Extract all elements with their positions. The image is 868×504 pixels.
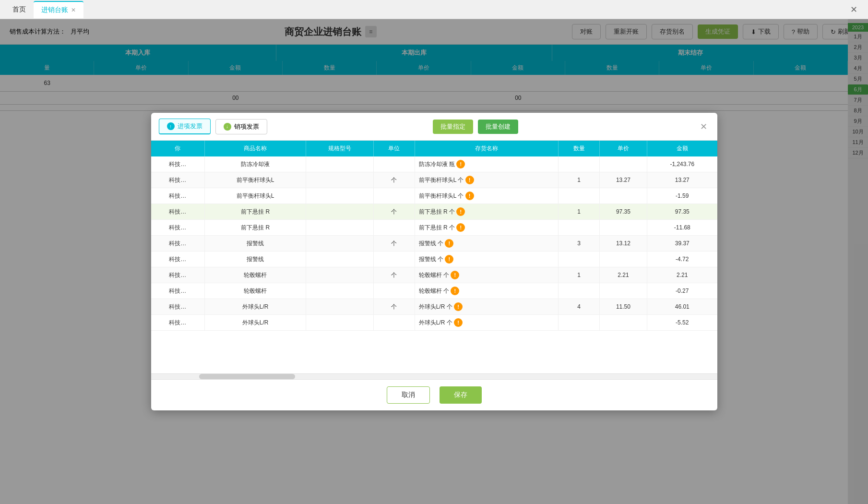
batch-create-button[interactable]: 批量创建 — [478, 120, 518, 134]
cell-row1-col3: 个 — [374, 172, 415, 188]
cell-row4-inventory: 前下悬挂 R 个 ! — [415, 220, 559, 236]
cell-row6-amount: -4.72 — [647, 252, 717, 267]
warning-icon: ! — [465, 176, 474, 184]
th-spec: 规格型号 — [306, 141, 374, 156]
cell-row6-qty — [559, 252, 599, 267]
cell-row7-col2 — [306, 267, 374, 283]
cell-row4-col1: 前下悬挂 R — [204, 220, 306, 236]
th-unit: 单位 — [374, 141, 415, 156]
table-row[interactable]: 科技…前下悬挂 R前下悬挂 R 个 !-11.68 — [151, 220, 717, 236]
cell-row2-col1: 前平衡杆球头L — [204, 188, 306, 204]
cell-row5-col3: 个 — [374, 236, 415, 252]
cell-row1-col0: 科技… — [151, 172, 205, 188]
warning-icon: ! — [454, 302, 463, 311]
cell-row0-col0: 科技… — [151, 156, 205, 172]
modal-table-container: 你 商品名称 规格型号 单位 存货名称 数量 单价 金额 科技…防冻冷却液防冻冷… — [151, 141, 717, 373]
cell-row3-col1: 前下悬挂 R — [204, 204, 306, 220]
warning-icon: ! — [456, 207, 465, 216]
cell-row3-col2 — [306, 204, 374, 220]
modal-close-button[interactable]: ✕ — [698, 121, 710, 132]
cell-row7-col3: 个 — [374, 267, 415, 283]
cell-row0-inventory: 防冻冷却液 瓶 ! — [415, 156, 559, 172]
cell-row4-qty — [559, 220, 599, 236]
cell-row7-price: 2.21 — [599, 267, 647, 283]
cell-row8-col3 — [374, 283, 415, 299]
cell-row9-col2 — [306, 299, 374, 315]
table-row[interactable]: 科技…外球头L/R个外球头L/R 个 !411.5046.01 — [151, 299, 717, 315]
cell-row5-col1: 报警线 — [204, 236, 306, 252]
cell-row6-col1: 报警线 — [204, 252, 306, 267]
cell-row4-price — [599, 220, 647, 236]
cell-row8-col1: 轮毂螺杆 — [204, 283, 306, 299]
cell-row0-col1: 防冻冷却液 — [204, 156, 306, 172]
cell-row6-col3 — [374, 252, 415, 267]
scrollbar-thumb[interactable] — [199, 374, 295, 379]
modal-tab-outbound[interactable]: ↓ 销项发票 — [215, 119, 267, 134]
th-col0: 你 — [151, 141, 205, 156]
cell-row5-col0: 科技… — [151, 236, 205, 252]
table-row[interactable]: 科技…报警线报警线 个 !-4.72 — [151, 252, 717, 267]
cell-row8-inventory: 轮毂螺杆 个 ! — [415, 283, 559, 299]
cell-row5-price: 13.12 — [599, 236, 647, 252]
th-product-name: 商品名称 — [204, 141, 306, 156]
cell-row6-inventory: 报警线 个 ! — [415, 252, 559, 267]
th-amount: 金额 — [647, 141, 717, 156]
warning-icon: ! — [451, 271, 459, 279]
modal-table: 你 商品名称 规格型号 单位 存货名称 数量 单价 金额 科技…防冻冷却液防冻冷… — [151, 141, 717, 331]
cell-row3-price: 97.35 — [599, 204, 647, 220]
window-close-button[interactable]: ✕ — [844, 0, 863, 19]
cell-row4-col0: 科技… — [151, 220, 205, 236]
cell-row7-qty: 1 — [559, 267, 599, 283]
cell-row6-col2 — [306, 252, 374, 267]
cell-row3-col0: 科技… — [151, 204, 205, 220]
table-row[interactable]: 科技…外球头L/R外球头L/R 个 !-5.52 — [151, 315, 717, 331]
cell-row8-price — [599, 283, 647, 299]
cell-row1-price: 13.27 — [599, 172, 647, 188]
cell-row8-amount: -0.27 — [647, 283, 717, 299]
tab-inbound-icon: ↑ — [167, 122, 175, 130]
modal-tab-inbound[interactable]: ↑ 进项发票 — [159, 119, 211, 134]
modal-footer: 取消 保存 — [151, 379, 717, 410]
cell-row8-col0: 科技… — [151, 283, 205, 299]
modal-horizontal-scrollbar[interactable] — [151, 373, 717, 379]
cell-row0-col3 — [374, 156, 415, 172]
cell-row5-inventory: 报警线 个 ! — [415, 236, 559, 252]
table-row[interactable]: 科技…前下悬挂 R个前下悬挂 R 个 !197.3597.35 — [151, 204, 717, 220]
warning-icon: ! — [451, 287, 459, 295]
cell-row10-col1: 外球头L/R — [204, 315, 306, 331]
cell-row2-col0: 科技… — [151, 188, 205, 204]
batch-assign-button[interactable]: 批量指定 — [433, 120, 473, 134]
table-row[interactable]: 科技…前平衡杆球头L个前平衡杆球头L 个 !113.2713.27 — [151, 172, 717, 188]
cell-row10-col0: 科技… — [151, 315, 205, 331]
save-button[interactable]: 保存 — [440, 386, 482, 404]
cell-row4-amount: -11.68 — [647, 220, 717, 236]
cell-row0-col2 — [306, 156, 374, 172]
table-row[interactable]: 科技…报警线个报警线 个 !313.1239.37 — [151, 236, 717, 252]
th-inventory-name: 存货名称 — [415, 141, 559, 156]
cell-row2-price — [599, 188, 647, 204]
cell-row2-col2 — [306, 188, 374, 204]
cell-row2-qty — [559, 188, 599, 204]
cell-row9-qty: 4 — [559, 299, 599, 315]
table-row[interactable]: 科技…前平衡杆球头L前平衡杆球头L 个 !-1.59 — [151, 188, 717, 204]
th-unit-price: 单价 — [599, 141, 647, 156]
cell-row7-col0: 科技… — [151, 267, 205, 283]
cell-row1-amount: 13.27 — [647, 172, 717, 188]
modal-header: ↑ 进项发票 ↓ 销项发票 批量指定 批量创建 ✕ — [151, 113, 717, 141]
table-row[interactable]: 科技…轮毂螺杆轮毂螺杆 个 !-0.27 — [151, 283, 717, 299]
cell-row10-col3 — [374, 315, 415, 331]
warning-icon: ! — [456, 223, 465, 232]
warning-icon: ! — [454, 318, 463, 327]
warning-icon: ! — [445, 239, 453, 248]
cancel-button[interactable]: 取消 — [387, 386, 430, 404]
cell-row6-col0: 科技… — [151, 252, 205, 267]
tab-ledger[interactable]: 进销台账 ✕ — [34, 1, 83, 18]
table-row[interactable]: 科技…轮毂螺杆个轮毂螺杆 个 !12.212.21 — [151, 267, 717, 283]
tab-close-icon[interactable]: ✕ — [71, 7, 76, 13]
tab-home[interactable]: 首页 — [5, 1, 34, 18]
table-row[interactable]: 科技…防冻冷却液防冻冷却液 瓶 !-1,243.76 — [151, 156, 717, 172]
cell-row1-col1: 前平衡杆球头L — [204, 172, 306, 188]
cell-row0-qty — [559, 156, 599, 172]
cell-row1-inventory: 前平衡杆球头L 个 ! — [415, 172, 559, 188]
cell-row9-inventory: 外球头L/R 个 ! — [415, 299, 559, 315]
